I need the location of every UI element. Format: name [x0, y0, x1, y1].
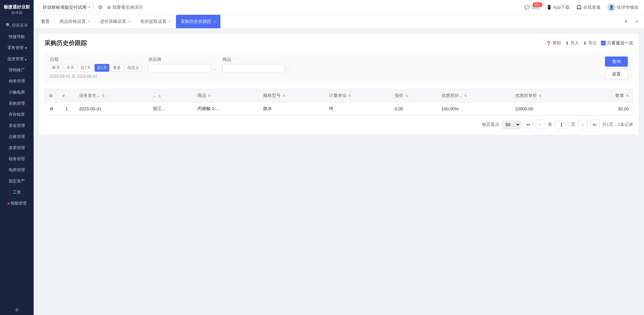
goods-filter-group: 商品 ...: [222, 57, 290, 72]
close-icon[interactable]: ×: [128, 19, 131, 24]
tab-price-settings[interactable]: 商品价格设置 ×: [55, 15, 95, 28]
col-goods[interactable]: 商品 ⇅: [193, 89, 259, 102]
close-icon[interactable]: ×: [213, 19, 216, 24]
sort-icon: ⇅: [539, 94, 541, 98]
demo-link[interactable]: 🖥 我要看实例演示: [107, 4, 143, 10]
sidebar-item-assets[interactable]: 固定资产: [0, 176, 34, 187]
messages-btn[interactable]: 💬 消息 99+: [524, 4, 540, 10]
sidebar-item-wholesale[interactable]: 批发管理 ▴: [0, 54, 34, 65]
sidebar-item-tax[interactable]: 税务管理: [0, 153, 34, 165]
query-button[interactable]: 查询: [605, 57, 628, 67]
search-icon: 🔍: [6, 23, 11, 28]
sidebar-item-salary[interactable]: 工资: [0, 187, 34, 198]
per-page-select[interactable]: 50 100 200: [502, 120, 521, 129]
sidebar-settings[interactable]: ⚙: [0, 305, 34, 315]
sidebar-item-sales[interactable]: 销售管理: [0, 76, 34, 87]
row-gear[interactable]: ⚙: [45, 102, 58, 115]
col-unit[interactable]: 计量单位 ⇅: [325, 89, 391, 102]
page-header: 采购历史价跟踪 ❓ 帮助 ⬆ 导入 ⬇ 导出 ✓: [44, 39, 633, 47]
col-quote[interactable]: 报价 ⇅: [391, 89, 437, 102]
sidebar-item-accounting[interactable]: 总账管理: [0, 131, 34, 142]
app-download-btn[interactable]: 📱 App下载: [546, 4, 570, 10]
col-date[interactable]: 业务发生... ⇅: [75, 89, 149, 102]
date-last1month-btn[interactable]: 近1月: [95, 64, 110, 72]
filter-settings-button[interactable]: 设置: [605, 69, 628, 79]
checkbox-icon: ✓: [601, 41, 606, 45]
chevron-up-icon: ▴: [25, 57, 27, 61]
online-service-btn[interactable]: 🎧 在线客服: [576, 4, 601, 10]
goods-input[interactable]: [222, 64, 285, 72]
table-header-row: ⚙ # 业务发生... ⇅ ... ⇅ 商品: [45, 89, 633, 102]
last-page-btn[interactable]: ⏭: [590, 120, 600, 129]
supplier-more-btn[interactable]: ...: [212, 66, 216, 71]
next-page-btn[interactable]: ›: [578, 120, 587, 129]
filter-row: 日期 昨天 今天 近7天 近1月 更多 自定义 2023-05-02 至 202…: [44, 53, 633, 83]
col-spec[interactable]: 规格型号 ⇅: [259, 89, 325, 102]
first-page-btn[interactable]: ⏮: [524, 120, 533, 129]
sidebar-item-inventory[interactable]: 库存核算: [0, 109, 34, 120]
date-last7-btn[interactable]: 近7天: [78, 64, 93, 72]
export-btn[interactable]: ⬇ 导出: [583, 40, 597, 46]
import-btn[interactable]: ⬆ 导入: [565, 40, 579, 46]
sort-icon: ⇅: [405, 94, 408, 98]
tab-purchase-strategy[interactable]: 进价策略设置 ×: [95, 15, 136, 28]
total-records: 共1页，1条记录: [602, 121, 633, 128]
col-quantity[interactable]: 数量 ⇅: [586, 89, 633, 102]
sidebar-item-retail[interactable]: 零售管理 ▾: [0, 42, 34, 54]
tab-close-btn[interactable]: ✕: [621, 17, 631, 26]
row-goods: 丙烯酸-2-...: [193, 102, 259, 115]
sidebar-item-purchase[interactable]: 采购管理: [0, 98, 34, 109]
sidebar-item-finance[interactable]: 资金管理: [0, 120, 34, 131]
only-last-checkbox[interactable]: ✓ 只看最后一次: [601, 40, 633, 46]
export-icon: ⬇: [583, 41, 587, 46]
logo-title: 畅捷通好业财: [3, 4, 31, 10]
date-yesterday-btn[interactable]: 昨天: [50, 64, 63, 72]
close-icon[interactable]: ×: [169, 19, 171, 24]
col-gear[interactable]: ⚙: [45, 89, 58, 102]
date-today-btn[interactable]: 今天: [64, 64, 77, 72]
sidebar-item-quick-nav[interactable]: 快捷导航: [0, 31, 34, 42]
online-service-label: 在线客服: [583, 4, 601, 10]
sidebar-search[interactable]: 🔍 搜索菜单: [0, 20, 34, 31]
row-quantity: 30.00: [586, 102, 633, 115]
app-logo[interactable]: 畅捷通好业财 标准版: [0, 0, 34, 20]
date-custom-btn[interactable]: 自定义: [125, 64, 142, 72]
date-more-btn[interactable]: 更多: [111, 64, 123, 72]
sidebar-item-marketing[interactable]: 营销推广: [0, 65, 34, 76]
prev-page-btn[interactable]: ‹: [536, 120, 545, 129]
goods-more-btn[interactable]: ...: [286, 66, 290, 71]
app-download-label: App下载: [553, 4, 570, 10]
search-label: 搜索菜单: [12, 23, 28, 28]
sidebar-item-small-ecommerce[interactable]: 小畅电商: [0, 87, 34, 98]
tab-expand-btn[interactable]: ⤢: [632, 17, 641, 26]
chevron-down-icon: ▾: [25, 46, 27, 50]
row-date: 2023-05-31: [75, 102, 149, 115]
user-menu[interactable]: 👤 徐泽华修改: [607, 3, 639, 11]
col-more[interactable]: ... ⇅: [149, 89, 193, 102]
help-btn[interactable]: ❓ 帮助: [546, 40, 561, 46]
avatar: 👤: [607, 3, 615, 11]
col-prediscountprice[interactable]: 优惠前单价 ⇅: [511, 89, 586, 102]
supplier-label: 供应商: [148, 57, 216, 63]
page-number-input[interactable]: [555, 121, 568, 129]
tab-sale-price[interactable]: 售价提取设置 ×: [136, 15, 176, 28]
sidebar-item-invoice[interactable]: 发票管理: [0, 142, 34, 153]
col-discount[interactable]: 优惠前折... ⇅: [437, 89, 511, 102]
tab-home[interactable]: 首页: [36, 15, 55, 28]
supplier-input[interactable]: [148, 64, 211, 72]
user-name: 徐泽华修改: [617, 4, 639, 10]
headset-icon: 🎧: [576, 5, 582, 10]
date-range-text: 2023-05-02 至 2023-06-02: [50, 74, 142, 79]
logo-subtitle: 标准版: [3, 10, 31, 15]
sidebar-item-smart[interactable]: ●智能管理: [0, 198, 34, 209]
filter-actions: 查询 设置: [605, 57, 628, 79]
sidebar-item-ecommerce[interactable]: 电商管理: [0, 165, 34, 176]
version-selector[interactable]: 好业财标准版交付试用 ▾: [39, 3, 94, 12]
settings-icon[interactable]: ⚙: [98, 4, 103, 10]
pagination-bar: 每页显示 50 100 200 ⏮ ‹ 第 页 › ⏭ 共1页，1条记录: [44, 116, 633, 129]
tab-controls: ✕ ⤢: [621, 17, 641, 26]
version-label: 好业财标准版交付试用: [43, 4, 86, 10]
monitor-icon: 🖥: [107, 5, 111, 10]
tab-purchase-history[interactable]: 采购历史价跟踪 ×: [176, 15, 221, 28]
close-icon[interactable]: ×: [88, 19, 90, 24]
